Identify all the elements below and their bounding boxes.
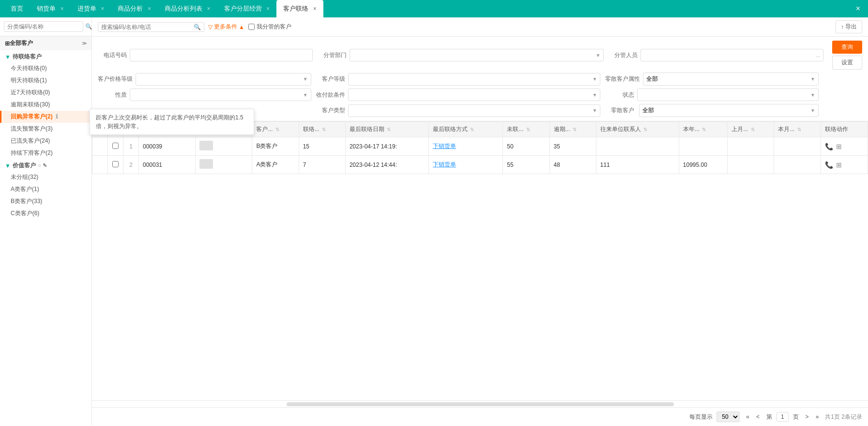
row2-last-method[interactable]: 下销货单 xyxy=(429,156,503,174)
nav-purchase[interactable]: 进货单 × xyxy=(71,0,111,17)
export-label: 导出 xyxy=(845,23,857,31)
my-customers-toggle[interactable]: 我分管的客户 xyxy=(248,23,291,31)
row1-category: B类客户 xyxy=(252,137,299,156)
sidebar-item-a-class[interactable]: A类客户(1) xyxy=(0,183,91,195)
row2-name xyxy=(196,156,252,174)
dept-select[interactable]: ▼ xyxy=(350,49,604,61)
row1-method-link[interactable]: 下销货单 xyxy=(433,143,456,149)
setting-button[interactable]: 设置 xyxy=(832,56,862,70)
pending-group[interactable]: ▼ 待联络客户 xyxy=(0,50,91,62)
sidebar-item-tomorrow[interactable]: 明天待联络(1) xyxy=(0,74,91,87)
col-not-contact[interactable]: 未联... ⇅ xyxy=(503,122,549,137)
row1-more-icon[interactable]: ⊞ xyxy=(836,143,842,150)
main-search-icon[interactable]: 🔍 xyxy=(194,24,201,30)
left-sidebar: 🔍 ⊞ 全部客户 ≫ ▼ 待联络客户 今天待联络(0) 明天待联络(1) 近7天… xyxy=(0,17,92,426)
row1-checkbox[interactable] xyxy=(108,137,123,156)
sidebar-item-declining[interactable]: 持续下滑客户(2) xyxy=(0,147,91,159)
retail-attr-label: 零散客户属性 xyxy=(605,75,640,83)
sidebar-item-ungrouped[interactable]: 未分组(32) xyxy=(0,171,91,183)
col-last-contact-method[interactable]: 最后联络方式 ⇅ xyxy=(429,122,503,137)
row2-seq: 2 xyxy=(123,156,139,174)
row2-more-icon[interactable]: ⊞ xyxy=(836,161,842,169)
nav-product-analysis-close[interactable]: × xyxy=(148,5,151,12)
customer-type-select[interactable]: ▼ xyxy=(348,104,601,117)
page-nav: « < 第 1 页 > » xyxy=(744,412,821,422)
row2-unit-contact: 111 xyxy=(596,156,679,174)
manager-select[interactable]: ... xyxy=(640,49,823,61)
grid-icon: ⊞ xyxy=(5,40,10,47)
col-this-year[interactable]: 本年... ⇅ xyxy=(679,122,727,137)
prev-page-button[interactable]: < xyxy=(754,412,762,421)
sidebar-item-lost[interactable]: 已流失客户(24) xyxy=(0,135,91,147)
filter-row-1: 电话号码 分管部门 ▼ 分管人员 ... xyxy=(98,41,862,70)
sidebar-all-customers[interactable]: ⊞ 全部客户 ≫ xyxy=(0,36,91,50)
sidebar-item-c-class[interactable]: C类客户(6) xyxy=(0,207,91,220)
horizontal-scrollbar[interactable] xyxy=(92,400,868,407)
nav-sales[interactable]: 销货单 × xyxy=(30,0,71,17)
nav-product-analysis[interactable]: 商品分析 × xyxy=(111,0,158,17)
scrollbar-track[interactable] xyxy=(287,402,674,406)
sidebar-item-7days[interactable]: 近7天待联络(0) xyxy=(0,87,91,99)
row1-phone-icon[interactable]: 📞 xyxy=(825,143,833,150)
sidebar-item-loss-warning[interactable]: 流失预警客户(3) xyxy=(0,123,91,135)
phone-label: 电话号码 xyxy=(98,51,127,59)
nav-purchase-close[interactable]: × xyxy=(101,5,104,12)
window-close-button[interactable]: × xyxy=(852,4,864,13)
retail-customer-select[interactable]: 全部 ▼ xyxy=(639,104,819,117)
table-row: 1 000039 B类客户 15 2023-04-17 14:19: 下销货单 … xyxy=(92,137,868,156)
row1-check[interactable] xyxy=(112,143,119,149)
sidebar-item-today[interactable]: 今天待联络(0) xyxy=(0,62,91,74)
col-overdue[interactable]: 逾期... ⇅ xyxy=(549,122,596,137)
col-last-contact-date[interactable]: 最后联络日期 ⇅ xyxy=(345,122,428,137)
nav-product-analysis-list[interactable]: 商品分析列表 × xyxy=(158,0,217,17)
nav-customer-tier-close[interactable]: × xyxy=(266,5,270,12)
nav-product-analysis-list-close[interactable]: × xyxy=(207,5,211,12)
gender-select[interactable]: ▼ xyxy=(130,88,311,101)
row2-phone-icon[interactable]: 📞 xyxy=(825,161,833,169)
row2-checkbox[interactable] xyxy=(108,156,123,174)
first-page-button[interactable]: « xyxy=(744,412,752,421)
sidebar-search-icon[interactable]: 🔍 xyxy=(85,23,92,30)
customer-level-select[interactable]: ▼ xyxy=(348,73,601,86)
nav-sales-close[interactable]: × xyxy=(61,5,64,12)
more-conditions-button[interactable]: ▽ 更多条件 ▲ xyxy=(208,23,244,31)
retail-attr-select[interactable]: 全部 ▼ xyxy=(643,73,819,86)
row2-action-icons: 📞 ⊞ xyxy=(825,161,864,169)
export-button[interactable]: ↑ 导出 xyxy=(836,20,862,33)
row1-contact: 15 xyxy=(299,137,345,156)
filter-status: 状态 ▼ xyxy=(605,88,819,101)
last-page-button[interactable]: » xyxy=(813,412,822,421)
phone-input[interactable] xyxy=(130,49,313,61)
next-page-button[interactable]: > xyxy=(803,412,811,421)
edit-icon[interactable]: ○ ✎ xyxy=(38,162,47,169)
row2-check[interactable] xyxy=(112,161,119,167)
retail-attr-arrow: ▼ xyxy=(810,76,815,82)
price-level-select[interactable]: ▼ xyxy=(136,73,311,86)
query-button[interactable]: 查询 xyxy=(832,41,862,54)
current-page-input[interactable]: 1 xyxy=(777,412,789,422)
collapse-icon[interactable]: ≫ xyxy=(82,41,87,46)
nav-customer-contact[interactable]: 客户联络 × xyxy=(276,0,323,17)
col-unit-contact[interactable]: 往来单位联系人 ⇅ xyxy=(596,122,679,137)
per-page-select[interactable]: 50 xyxy=(716,411,740,422)
nav-customer-contact-close[interactable]: × xyxy=(313,5,317,12)
sidebar-item-b-class[interactable]: B类客户(33) xyxy=(0,195,91,207)
per-page-label: 每页显示 xyxy=(689,413,713,421)
col-this-month[interactable]: 本月... ⇅ xyxy=(774,122,821,137)
row1-last-method[interactable]: 下销货单 xyxy=(429,137,503,156)
status-select[interactable]: ▼ xyxy=(637,88,819,101)
my-customers-label: 我分管的客户 xyxy=(257,23,291,31)
col-last-month[interactable]: 上月... ⇅ xyxy=(728,122,774,137)
sidebar-item-overdue[interactable]: 逾期未联络(30) xyxy=(0,99,91,111)
sidebar-search-input[interactable] xyxy=(4,21,83,32)
dept-label: 分管部门 xyxy=(318,51,347,59)
sidebar-item-repurchase[interactable]: 回购异常客户(2) ℹ xyxy=(0,111,91,123)
col-category[interactable]: 客户... ⇅ xyxy=(252,122,299,137)
nav-home[interactable]: 首页 xyxy=(4,0,30,17)
col-contact[interactable]: 联络... ⇅ xyxy=(299,122,345,137)
nav-customer-tier[interactable]: 客户分层经营 × xyxy=(217,0,277,17)
row2-method-link[interactable]: 下销货单 xyxy=(433,161,456,168)
my-customers-checkbox[interactable] xyxy=(248,24,255,30)
main-search-input[interactable] xyxy=(101,24,192,30)
payment-select[interactable]: ▼ xyxy=(348,88,601,101)
